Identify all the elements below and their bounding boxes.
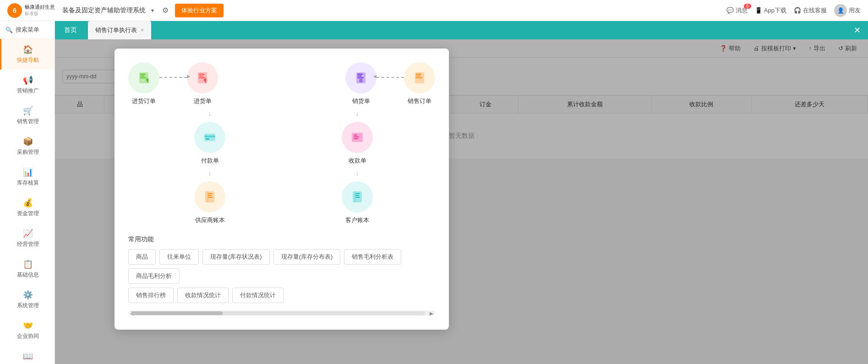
flow-node-receipt[interactable]: 收款单 (342, 122, 373, 165)
flow-node-purchase-bill[interactable]: 进货单 (187, 62, 218, 105)
func-btn-product[interactable]: 商品 (128, 249, 156, 265)
flow-mid-arrows: ↓ ↓ (128, 109, 435, 118)
sidebar-item-system[interactable]: ⚙️ 系统管理 (0, 284, 55, 315)
header-center: 装备及固定资产辅助管理系统 ▾ ⚙ 体验行业方案 (62, 4, 726, 17)
message-btn[interactable]: 💬 消息 6 (726, 6, 748, 15)
dashed-line-2 (377, 77, 404, 78)
flow-node-purchase-order[interactable]: 进货订单 (128, 62, 159, 105)
system-title: 装备及固定资产辅助管理系统 (62, 6, 146, 15)
flow-col-receipt: 收款单 (342, 122, 373, 165)
flow-col-purchase-bill: 进货单 (187, 62, 218, 105)
user-menu-btn[interactable]: 👤 用友 (834, 4, 861, 17)
svg-rect-3 (140, 77, 147, 78)
svg-rect-32 (355, 195, 359, 196)
purchase-icon: 📦 (23, 136, 33, 147)
tab-close-all-btn[interactable]: ✕ (846, 25, 868, 35)
func-btn-sales-rank[interactable]: 销售排行榜 (128, 288, 174, 303)
main-layout: 🔍 搜索菜单 🏠 快捷导航 📢 营销推广 🛒 销售管理 📦 采购管理 📊 库存核… (0, 21, 868, 364)
online-service-label: 在线客服 (803, 6, 827, 15)
svg-rect-5 (199, 74, 204, 75)
logo-sub-title: 标准版 (25, 11, 55, 17)
logo-icon: 6 (7, 3, 22, 18)
finance-icon: 💰 (23, 198, 33, 208)
flow-row2: 付款单 (128, 122, 435, 165)
flow-node-payment[interactable]: 付款单 (194, 122, 225, 165)
dashed-line-1 (159, 77, 187, 78)
flow-node-customer-book[interactable]: 客户账本 (342, 181, 373, 224)
flow-node-sales-bill[interactable]: 销货单 (345, 62, 377, 105)
flow-label-sales-bill: 销货单 (352, 97, 370, 105)
func-btn-stock-status[interactable]: 现存量(库存状况表) (202, 249, 270, 265)
tab-close-btn[interactable]: × (141, 27, 144, 33)
flow-col-purchase-order: 进货订单 (128, 62, 159, 105)
settings-icon-btn[interactable]: ⚙ (159, 5, 171, 16)
svg-rect-18 (204, 136, 215, 137)
avatar: 👤 (834, 4, 847, 17)
arrow-sales-order-to-bill (377, 77, 404, 91)
flow-circle-supplier-book (194, 181, 225, 212)
sidebar-label-sales: 销售管理 (17, 118, 39, 125)
svg-rect-14 (416, 74, 421, 75)
flow-node-supplier-book[interactable]: 供应商账本 (194, 181, 225, 224)
sidebar-label-system: 系统管理 (17, 302, 39, 310)
arrow-receipt-down: ↓ (356, 169, 359, 177)
operations-icon: 📈 (23, 228, 33, 239)
online-service-btn[interactable]: 🎧 在线客服 (794, 6, 827, 15)
sidebar-label-finance: 资金管理 (17, 210, 39, 217)
flow-circle-sales-bill (345, 62, 377, 93)
arrow-purchase-bill-down: ↓ (194, 109, 225, 118)
sidebar-item-finance[interactable]: 💰 资金管理 (0, 192, 55, 223)
experience-btn[interactable]: 体验行业方案 (175, 4, 224, 17)
sidebar-item-inventory[interactable]: 📊 库存核算 (0, 162, 55, 192)
svg-rect-11 (357, 77, 364, 78)
func-btn-sales-gross[interactable]: 销售毛利分析表 (344, 249, 401, 265)
flow-col-customer-book: 客户账本 (342, 181, 373, 224)
top-header: 6 畅康通好生意 标准版 装备及固定资产辅助管理系统 ▾ ⚙ 体验行业方案 💬 … (0, 0, 868, 21)
common-functions: 常用功能 商品 往来单位 现存量(库存状况表) 现存量(库存分布表) 销售毛利分… (128, 235, 435, 303)
system-dropdown-btn[interactable]: ▾ (149, 6, 156, 15)
flow-circle-purchase-bill (187, 62, 218, 93)
tab-home[interactable]: 首页 (55, 21, 86, 39)
sidebar-item-marketing[interactable]: 📢 营销推广 (0, 70, 55, 100)
func-btn-product-gross[interactable]: 商品毛利分析 (128, 268, 180, 284)
svg-rect-1 (140, 74, 146, 75)
sidebar-item-operations[interactable]: 📈 经营管理 (0, 223, 55, 254)
flow-label-supplier-book: 供应商账本 (195, 216, 225, 224)
sidebar-label-operations: 经营管理 (17, 240, 39, 248)
sidebar: 🔍 搜索菜单 🏠 快捷导航 📢 营销推广 🛒 销售管理 📦 采购管理 📊 库存核… (0, 21, 55, 364)
search-menu-item[interactable]: 🔍 搜索菜单 (0, 21, 55, 39)
sidebar-item-guide[interactable]: 📖 新手引导 (0, 346, 55, 364)
svg-rect-26 (208, 193, 213, 194)
sidebar-item-purchase[interactable]: 📦 采购管理 (0, 131, 55, 162)
user-name: 用友 (849, 6, 861, 15)
logo-app-name: 畅康通好生意 (25, 4, 55, 10)
svg-point-12 (359, 79, 363, 82)
sales-icon: 🛒 (23, 106, 33, 116)
svg-rect-23 (354, 138, 358, 139)
sidebar-item-enterprise[interactable]: 🤝 企业协同 (0, 315, 55, 346)
scrollbar-thumb[interactable] (131, 311, 223, 315)
func-btn-receipt-stats[interactable]: 收款情况统计 (177, 288, 229, 303)
svg-rect-27 (208, 195, 212, 196)
modal-box: 进货订单 (115, 49, 449, 330)
svg-rect-9 (357, 74, 363, 75)
flow-col-sales-bill: 销货单 (345, 62, 377, 105)
tab-active[interactable]: 销售订单执行表 × (88, 21, 151, 39)
flow-node-sales-order[interactable]: 销售订单 (404, 62, 435, 105)
func-btn-partner[interactable]: 往来单位 (159, 249, 199, 265)
flow-circle-receipt (342, 122, 373, 153)
sidebar-item-basic-info[interactable]: 📋 基础信息 (0, 254, 55, 284)
search-menu-label: 搜索菜单 (16, 26, 39, 34)
sidebar-item-quick-nav[interactable]: 🏠 快捷导航 (0, 39, 55, 70)
svg-rect-21 (354, 135, 357, 136)
flow-label-purchase-order: 进货订单 (132, 97, 156, 105)
sidebar-item-sales[interactable]: 🛒 销售管理 (0, 100, 55, 131)
scroll-right-btn[interactable]: ▶ (428, 311, 435, 316)
flow-label-purchase-bill: 进货单 (194, 97, 212, 105)
logo-text-block: 畅康通好生意 标准版 (25, 4, 55, 16)
flow-col-sales-order: 销售订单 (404, 62, 435, 105)
app-download-btn[interactable]: 📱 App下载 (755, 6, 786, 15)
enterprise-icon: 🤝 (23, 321, 33, 331)
func-btn-payment-stats[interactable]: 付款情况统计 (232, 288, 284, 303)
func-btn-stock-dist[interactable]: 现存量(库存分布表) (273, 249, 341, 265)
